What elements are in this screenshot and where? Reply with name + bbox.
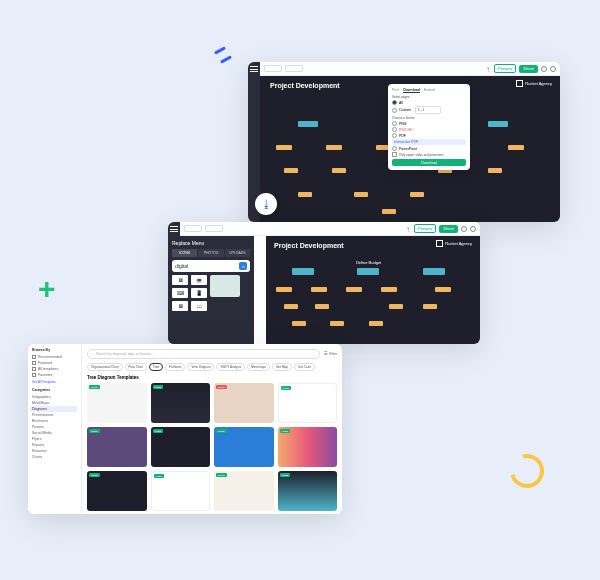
brand-logo: Rocket Agency <box>436 240 472 247</box>
template-search[interactable]: ⌕ Search by keyword, topic or feature... <box>87 349 320 359</box>
radio-custom[interactable]: Custom1 - 1 <box>392 106 466 114</box>
template-card[interactable]: FREE <box>87 383 147 423</box>
browse-by-label: Browse By <box>32 348 77 352</box>
bell-icon[interactable] <box>541 66 547 72</box>
editor-window-replace: ⭱ Preview Share Replace Menu ICONS PHOTO… <box>168 222 480 344</box>
choose-format-label: Choose a format: <box>392 116 466 120</box>
radio-interactive-pdf[interactable]: Interactive PDF <box>392 139 466 145</box>
star-icon <box>32 355 36 359</box>
download-popup: Print Download Embed Select pages: All C… <box>388 84 470 170</box>
sidebar-item[interactable]: Favorites <box>32 372 77 378</box>
preview-button[interactable]: Preview <box>414 224 436 233</box>
template-card[interactable]: FREE <box>278 471 338 511</box>
template-card[interactable]: FREE <box>87 471 147 511</box>
template-card[interactable]: FREE <box>87 427 147 467</box>
illustration-result[interactable] <box>210 275 240 297</box>
tab-uploads[interactable]: UPLOADS <box>225 249 250 257</box>
badge-icon <box>32 361 36 365</box>
chip[interactable]: Flow Chart <box>125 363 148 371</box>
menu-icon[interactable] <box>250 66 258 72</box>
chip[interactable]: Fishbone <box>165 363 185 371</box>
icon-result[interactable]: ⌨ <box>172 288 188 298</box>
template-card[interactable]: FREE <box>278 383 338 423</box>
templates-main: ⌕ Search by keyword, topic or feature...… <box>82 344 342 514</box>
decoration-lines <box>214 46 236 64</box>
share-button[interactable]: Share <box>519 65 538 73</box>
brand-logo: Rocket Agency <box>516 80 552 87</box>
icon-result[interactable]: 📱 <box>191 288 207 298</box>
decoration-plus: + <box>38 272 56 306</box>
tab-photos[interactable]: PHOTOS <box>198 249 223 257</box>
toolbar-btn[interactable] <box>205 225 223 232</box>
avatar[interactable] <box>470 226 476 232</box>
section-title: Tree Diagram Templates <box>87 375 337 380</box>
template-card[interactable]: FREE <box>214 383 274 423</box>
categories-label: Categories <box>32 388 77 392</box>
chip[interactable]: Mind maps <box>247 363 270 371</box>
search-input[interactable] <box>175 263 239 269</box>
chip[interactable]: Organizational Chart <box>87 363 123 371</box>
bell-icon[interactable] <box>461 226 467 232</box>
chip[interactable]: Venn Diagram <box>187 363 214 371</box>
download-button[interactable]: Download <box>392 159 466 166</box>
radio-pdf[interactable]: PDF <box>392 133 466 138</box>
org-chart <box>276 268 470 340</box>
download-badge: ⭳ <box>255 193 277 215</box>
toolbar-btn[interactable] <box>264 65 282 72</box>
radio-png[interactable]: PNG <box>392 121 466 126</box>
filter-button[interactable]: ☰ Filter <box>324 352 337 356</box>
avatar[interactable] <box>550 66 556 72</box>
decoration-swirl <box>504 448 550 494</box>
template-card[interactable]: FREE <box>278 427 338 467</box>
radio-all[interactable]: All <box>392 100 466 105</box>
select-pages-label: Select pages: <box>392 95 466 99</box>
radio-png-hd[interactable]: PNG HD <box>392 127 466 132</box>
grid-icon <box>32 367 36 371</box>
preview-button[interactable]: Preview <box>494 64 516 73</box>
sidebar: Browse By Recommended Featured All templ… <box>28 344 82 514</box>
popup-tab-embed[interactable]: Embed <box>424 88 435 93</box>
top-toolbar: ⭱ Preview Share <box>168 222 480 236</box>
chip[interactable]: Site Map <box>272 363 292 371</box>
chip-active[interactable]: Tree <box>149 363 163 371</box>
editor-window-download: ⭱ Preview Share Project Development Rock… <box>248 62 560 222</box>
category-item[interactable]: Charts <box>32 454 77 460</box>
chip[interactable]: SWOT Analysis <box>216 363 245 371</box>
chip[interactable]: Use Case <box>294 363 315 371</box>
search-icon[interactable]: ⌕ <box>239 262 247 270</box>
popup-tab-print[interactable]: Print <box>392 88 399 93</box>
templates-window: Browse By Recommended Featured All templ… <box>28 344 342 514</box>
icon-result[interactable]: 🖥 <box>172 275 188 285</box>
icon-result[interactable]: 🖥 <box>172 301 188 311</box>
checkbox-export[interactable]: Only export slides and presenters <box>392 152 466 157</box>
chart-subtitle: Define Budget <box>356 260 381 265</box>
toolbar-btn[interactable] <box>184 225 202 232</box>
heart-icon <box>32 373 36 377</box>
popup-tab-download[interactable]: Download <box>403 88 420 93</box>
radio-ppt[interactable]: PowerPoint <box>392 146 466 151</box>
icon-result[interactable]: ▭ <box>191 301 207 311</box>
template-grid: FREE FREE FREE FREE FREE FREE FREE FREE … <box>87 383 337 511</box>
icon-search[interactable]: ⌕ <box>172 260 250 272</box>
menu-icon[interactable] <box>170 226 178 232</box>
replace-panel: Replace Menu ICONS PHOTOS UPLOADS ⌕ 🖥💻 ⌨… <box>168 236 254 344</box>
panel-title: Replace Menu <box>172 240 250 246</box>
toolbar-btn[interactable] <box>285 65 303 72</box>
canvas: Project Development Rocket Agency Define… <box>266 236 480 344</box>
upload-icon[interactable]: ⭱ <box>405 226 411 232</box>
filter-chips: Organizational Chart Flow Chart Tree Fis… <box>87 363 337 371</box>
icon-result[interactable]: 💻 <box>191 275 207 285</box>
tab-icons[interactable]: ICONS <box>172 249 197 257</box>
template-card[interactable]: FREE <box>151 383 211 423</box>
share-button[interactable]: Share <box>439 225 458 233</box>
template-card[interactable]: FREE <box>151 427 211 467</box>
template-card[interactable]: FREE <box>214 427 274 467</box>
template-card[interactable]: FREE <box>151 471 211 511</box>
template-card[interactable]: FREE <box>214 471 274 511</box>
top-toolbar: ⭱ Preview Share <box>248 62 560 76</box>
download-icon: ⭳ <box>261 198 272 210</box>
see-all-link[interactable]: See All Templates <box>32 380 77 384</box>
upload-icon[interactable]: ⭱ <box>485 66 491 72</box>
